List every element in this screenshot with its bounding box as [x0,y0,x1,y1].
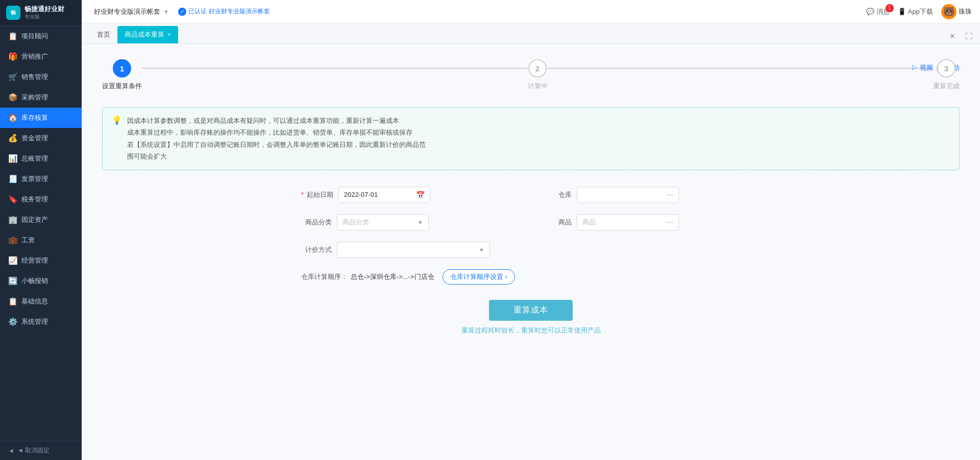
app-download-button[interactable]: 📱 App下载 [898,7,933,16]
info-line2: 成本重算过程中，影响库存账的操作均不能操作，比如进货单、销货单、库存单据不能审核… [127,126,426,138]
more-icon[interactable]: ··· [667,190,673,199]
user-name: 珠珠 [959,7,972,16]
verified-badge-group: ✓ 已认证 好业财专业版演示帐套 [178,7,270,16]
avatar: 🐻 [941,4,957,19]
step1-circle: 1 [113,59,131,78]
sidebar-item-assets[interactable]: 🏢 固定资产 [0,210,82,230]
sidebar-item-operations[interactable]: 📈 经营管理 [0,250,82,271]
step-3: 3 重算完成 [933,59,960,91]
recalc-section: 重算成本 重算过程耗时较长，重算时您可以正常使用产品 [301,300,761,335]
pin-icon: ◄ [8,447,14,454]
purchase-icon: 📦 [8,93,17,102]
project-icon: 📋 [8,32,17,41]
sidebar-item-inventory[interactable]: 🏠 库存核算 [0,108,82,128]
start-date-label: * 起始日期 [301,190,333,199]
sidebar-item-label-inventory: 库存核算 [21,113,48,122]
recalc-label: 重算成本 [513,305,548,314]
account-chevron-icon: ▼ [163,9,169,15]
form-section: * 起始日期 2022-07-01 📅 仓库 ··· [301,187,761,335]
product-more-icon[interactable]: ··· [667,218,673,227]
expense-icon: 🔄 [8,276,17,286]
start-date-group: * 起始日期 2022-07-01 📅 [301,187,521,203]
warehouse-path: 总仓->深圳仓库->...->门店仓 [351,272,434,282]
topbar-actions: 💬 消息 1 📱 App下载 🐻 珠珠 [866,4,972,19]
category-placeholder: 商品分类 [342,218,413,227]
accounting-icon: 📊 [8,154,17,163]
account-name: 好业财专业版演示帐套 [94,7,160,16]
user-profile[interactable]: 🐻 珠珠 [941,4,972,19]
warehouse-settings-label: 仓库计算顺序设置 [450,272,503,282]
sidebar-pin-toggle[interactable]: ◄ ◄ 取消固定 [0,441,82,460]
sidebar-item-system[interactable]: ⚙️ 系统管理 [0,312,82,332]
category-select[interactable]: 商品分类 ▼ [337,214,429,231]
account-selector[interactable]: 好业财专业版演示帐套 ▼ [90,5,173,18]
category-label: 商品分类 [301,218,332,227]
start-date-input[interactable]: 2022-07-01 📅 [338,187,430,203]
shield-icon: ✓ [178,8,186,16]
sidebar-item-label-system: 系统管理 [21,317,48,326]
window-controls: ✕ ⛶ [941,29,980,43]
info-text: 因成本计算参数调整，或是对商品成本有疑问时，可以通过成本重算功能，重新计算一遍成… [127,115,426,163]
warehouse-order-settings-button[interactable]: 仓库计算顺序设置 › [443,269,515,285]
sidebar-item-label-purchase: 采购管理 [21,93,48,102]
basic-icon: 📋 [8,297,17,306]
step2-circle: 2 [528,59,547,78]
sidebar-header: 畅 畅捷通好业财 专业版 [0,0,82,26]
recalc-note: 重算过程耗时较长，重算时您可以正常使用产品 [461,326,601,335]
sidebar-item-salary[interactable]: 💼 工资 [0,230,82,250]
video-link[interactable]: ▷ 视频 [911,63,933,72]
tab-close-icon[interactable]: × [167,32,171,38]
sidebar-item-label-sales: 销售管理 [21,72,48,82]
close-window-button[interactable]: ✕ [945,29,960,43]
steps: 1 设置重算条件 2 计算中 3 重算完成 ▷ 视频 | ? [102,59,960,91]
warehouse-order-label: 仓库计算顺序： [301,272,348,282]
sidebar-item-label-assets: 固定资产 [21,215,48,224]
assets-icon: 🏢 [8,215,17,224]
verified-account-name: 好业财专业版演示帐套 [209,7,270,16]
tab-recalc[interactable]: 商品成本重算 × [117,26,178,43]
pin-label: ◄ 取消固定 [17,446,50,455]
sidebar-item-project[interactable]: 📋 项目顾问 [0,26,82,46]
tab-home-label: 首页 [97,30,110,39]
sidebar-item-finance[interactable]: 💰 资金管理 [0,128,82,148]
product-group: 商品 商品 ··· [541,214,761,231]
content-area: 1 设置重算条件 2 计算中 3 重算完成 ▷ 视频 | ? [82,44,980,460]
warehouse-input[interactable]: ··· [577,187,679,203]
warehouse-group: 仓库 ··· [541,187,761,203]
info-line3: 若【系统设置】中启用了自动调整记账日期时，会调整入库单的整单记账日期，因此重新计… [127,139,426,150]
invoice-icon: 🧾 [8,174,17,184]
sidebar-item-invoice[interactable]: 🧾 发票管理 [0,169,82,189]
tab-home[interactable]: 首页 [90,26,117,43]
pricing-group: 计价方式 ▼ [301,242,761,258]
tab-recalc-label: 商品成本重算 [125,30,164,39]
sidebar-item-label-operations: 经营管理 [21,256,48,265]
marketing-icon: 🎁 [8,52,17,61]
pricing-select[interactable]: ▼ [337,242,490,258]
sidebar-item-tax[interactable]: 🔖 税务管理 [0,189,82,210]
sidebar-item-basic[interactable]: 📋 基础信息 [0,291,82,312]
sidebar-item-label-project: 项目顾问 [21,32,48,41]
expand-window-button[interactable]: ⛶ [962,29,976,43]
tax-icon: 🔖 [8,195,17,204]
message-icon: 💬 [866,8,874,15]
sidebar-item-accounting[interactable]: 📊 总账管理 [0,148,82,169]
sidebar-item-label-salary: 工资 [21,236,35,245]
recalc-button[interactable]: 重算成本 [489,300,573,321]
step-1: 1 设置重算条件 [102,59,142,91]
salary-icon: 💼 [8,236,17,245]
sidebar-item-sales[interactable]: 🛒 销售管理 [0,67,82,87]
sidebar-item-marketing[interactable]: 🎁 营销推广 [0,46,82,67]
sidebar-item-purchase[interactable]: 📦 采购管理 [0,87,82,108]
sidebar-item-label-expense: 小畅报销 [21,276,48,286]
app-logo: 畅 [6,6,20,20]
product-label: 商品 [541,218,572,227]
sidebar-item-label-marketing: 营销推广 [21,52,48,61]
warehouse-settings-arrow-icon: › [505,273,507,280]
app-title-group: 畅捷通好业财 专业版 [24,5,64,20]
notification-button[interactable]: 💬 消息 1 [866,7,890,16]
sidebar-item-label-basic: 基础信息 [21,297,48,306]
product-input[interactable]: 商品 ··· [577,214,679,231]
bulb-icon: 💡 [112,115,122,125]
sidebar-item-expense[interactable]: 🔄 小畅报销 [0,271,82,291]
form-row-3: 计价方式 ▼ [301,242,761,258]
